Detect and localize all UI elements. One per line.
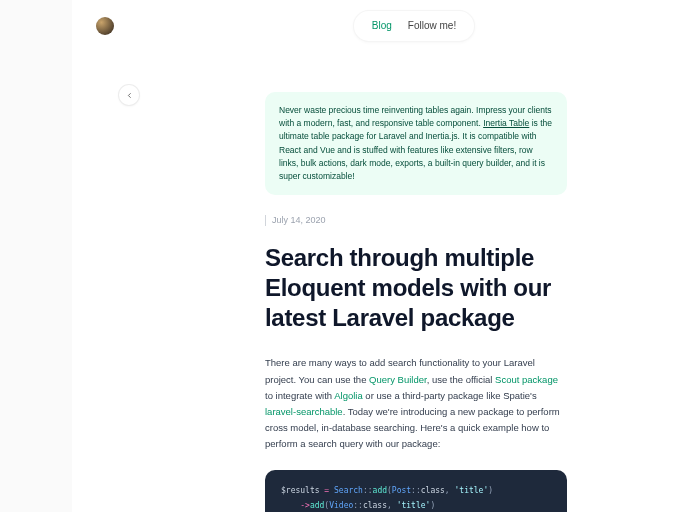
publish-date: July 14, 2020 — [272, 213, 326, 227]
back-button[interactable] — [118, 84, 140, 106]
code-block-1: $results = Search::add(Post::class, 'tit… — [265, 470, 567, 512]
promo-box: Never waste precious time reinventing ta… — [265, 92, 567, 195]
arrow-left-icon — [125, 91, 134, 100]
date-bar — [265, 215, 266, 226]
link-algolia[interactable]: Algolia — [334, 390, 363, 401]
avatar[interactable] — [96, 17, 114, 35]
site-header: Blog Follow me! — [72, 0, 688, 52]
nav-blog[interactable]: Blog — [364, 16, 400, 36]
date-row: July 14, 2020 — [265, 213, 567, 227]
article: Never waste precious time reinventing ta… — [265, 52, 567, 512]
intro-paragraph: There are many ways to add search functi… — [265, 355, 567, 452]
page-title: Search through multiple Eloquent models … — [265, 243, 567, 333]
link-laravel-searchable[interactable]: laravel-searchable — [265, 406, 343, 417]
link-query-builder[interactable]: Query Builder — [369, 374, 427, 385]
promo-link[interactable]: Inertia Table — [483, 118, 529, 128]
link-scout[interactable]: Scout package — [495, 374, 558, 385]
text: or use a third-party package like Spatie… — [363, 390, 537, 401]
text: , use the official — [427, 374, 495, 385]
top-nav: Blog Follow me! — [353, 10, 475, 42]
nav-follow[interactable]: Follow me! — [400, 16, 464, 36]
text: to integrate with — [265, 390, 334, 401]
